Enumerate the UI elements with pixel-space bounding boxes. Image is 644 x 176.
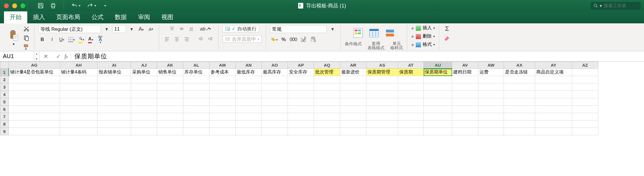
copy-button[interactable] [23,34,30,42]
cell-AR6[interactable] [340,106,366,113]
cut-button[interactable] [23,25,30,32]
undo-button[interactable] [71,2,81,9]
cell-AS4[interactable] [366,91,398,98]
cell-AM1[interactable]: 参考成本 [209,69,236,76]
cell-AT3[interactable] [398,83,424,91]
cell-AH6[interactable] [60,106,97,113]
cell-AH7[interactable] [60,113,97,120]
wrap-text-button[interactable]: ✓ 自动换行 [223,25,259,32]
cell-AI6[interactable] [97,106,131,113]
col-header-AN[interactable]: AN [236,62,262,69]
cell-AX4[interactable] [504,91,535,98]
cell-styles-button[interactable] [383,27,397,39]
save-icon[interactable] [37,2,44,9]
cell-AW1[interactable]: 运费 [478,69,504,76]
cell-AP4[interactable] [288,91,314,98]
cell-AN4[interactable] [236,91,262,98]
redo-button[interactable] [86,2,97,9]
format-as-table-button[interactable] [367,27,381,39]
cell-AQ9[interactable] [314,128,340,135]
cell-AQ7[interactable] [314,113,340,120]
cell-AM8[interactable] [209,120,236,128]
cell-AU8[interactable] [424,120,452,128]
print-icon[interactable] [49,2,57,9]
cell-AT1[interactable]: 保质期 [398,69,424,76]
cell-AY5[interactable] [535,98,572,106]
row-header-1[interactable]: 1 [0,69,9,76]
cell-AW8[interactable] [478,120,504,128]
cell-AN8[interactable] [236,120,262,128]
tab-页面布局[interactable]: 页面布局 [51,11,86,23]
cell-AK6[interactable] [157,106,183,113]
cell-AP9[interactable] [288,128,314,135]
format-cells-button[interactable]: ⟐格式▾ [411,42,435,48]
font-name-select[interactable] [38,25,101,33]
col-header-AR[interactable]: AR [340,62,366,69]
cell-AV4[interactable] [452,91,478,98]
cell-AJ5[interactable] [131,98,157,106]
cell-AT7[interactable] [398,113,424,120]
cell-AZ7[interactable] [572,113,598,120]
cell-AO8[interactable] [262,120,288,128]
cell-AV9[interactable] [452,128,478,135]
cell-AX9[interactable] [504,128,535,135]
col-header-AY[interactable]: AY [535,62,572,69]
cell-AT4[interactable] [398,91,424,98]
col-header-AH[interactable]: AH [60,62,97,69]
align-center-button[interactable] [173,35,181,43]
cell-AI8[interactable] [97,120,131,128]
cell-AZ8[interactable] [572,120,598,128]
cell-AV1[interactable]: 建档日期 [452,69,478,76]
minimize-window-button[interactable] [12,3,17,8]
cell-AO6[interactable] [262,106,288,113]
cell-AM4[interactable] [209,91,236,98]
cell-AG5[interactable] [9,98,60,106]
cell-AR8[interactable] [340,120,366,128]
cell-AS9[interactable] [366,128,398,135]
row-header-4[interactable]: 4 [0,91,9,98]
cell-AJ7[interactable] [131,113,157,120]
cell-AS3[interactable] [366,83,398,91]
cell-AH9[interactable] [60,128,97,135]
cell-AU7[interactable] [424,113,452,120]
cell-AS5[interactable] [366,98,398,106]
cell-AW9[interactable] [478,128,504,135]
cell-AH4[interactable] [60,91,97,98]
autosum-button[interactable]: Σ [443,25,451,32]
cell-AR1[interactable]: 最新进价 [340,69,366,76]
cell-AJ2[interactable] [131,76,157,83]
cell-AQ6[interactable] [314,106,340,113]
col-header-AZ[interactable]: AZ [572,62,598,69]
col-header-AT[interactable]: AT [398,62,424,69]
border-button[interactable]: ▾ [67,36,75,43]
row-header-6[interactable]: 6 [0,106,9,113]
clear-button[interactable] [443,35,451,42]
cell-AQ1[interactable]: 批次管理 [314,69,340,76]
col-header-AW[interactable]: AW [478,62,504,69]
cell-AK4[interactable] [157,91,183,98]
cell-AG3[interactable] [9,83,60,91]
spreadsheet-grid[interactable]: AGAHAIAJAKALAMANAOAPAQARASATAUAVAWAXAYAZ… [0,62,644,135]
cell-AT2[interactable] [398,76,424,83]
cell-AO5[interactable] [262,98,288,106]
align-right-button[interactable] [182,35,190,43]
formula-input[interactable] [71,53,644,60]
cell-AI2[interactable] [97,76,131,83]
cell-AJ6[interactable] [131,106,157,113]
cell-AV6[interactable] [452,106,478,113]
col-header-AU[interactable]: AU [424,62,452,69]
cell-AP5[interactable] [288,98,314,106]
cell-AH5[interactable] [60,98,97,106]
cell-AP8[interactable] [288,120,314,128]
cell-AM7[interactable] [209,113,236,120]
cell-AH1[interactable]: 辅计量4条码 [60,69,97,76]
cell-AK2[interactable] [157,76,183,83]
italic-button[interactable]: I [48,36,56,43]
row-header-8[interactable]: 8 [0,120,9,128]
cell-AQ3[interactable] [314,83,340,91]
increase-indent-button[interactable] [206,35,214,43]
cell-AV3[interactable] [452,83,478,91]
cell-AN1[interactable]: 最低库存 [236,69,262,76]
cell-AQ2[interactable] [314,76,340,83]
delete-cells-button[interactable]: ⟐删除▾ [411,33,435,39]
